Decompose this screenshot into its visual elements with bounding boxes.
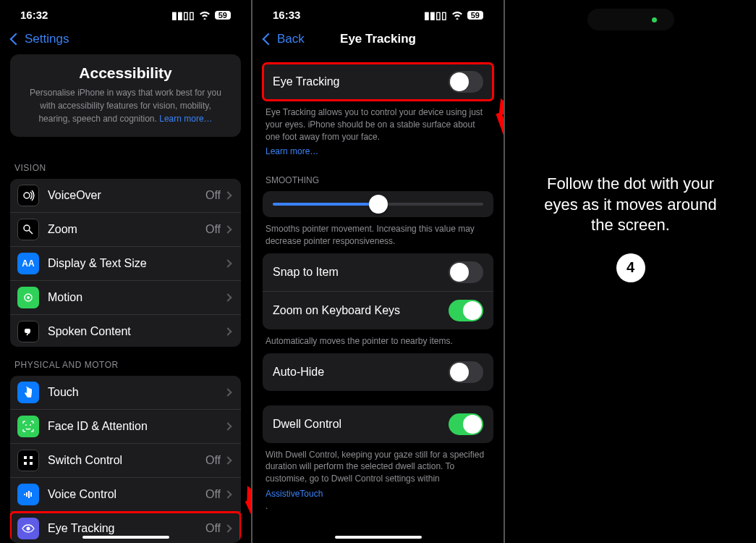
dwell-toggle[interactable] bbox=[449, 413, 483, 435]
time: 16:33 bbox=[273, 9, 300, 21]
back-button[interactable]: Settings bbox=[12, 32, 69, 46]
wifi-icon bbox=[199, 11, 211, 20]
smoothing-slider-row bbox=[263, 191, 493, 217]
home-indicator[interactable] bbox=[335, 536, 422, 539]
nav-bar: Back Eye Tracking bbox=[252, 27, 504, 54]
chevron-right-icon bbox=[224, 191, 232, 199]
time: 16:32 bbox=[20, 9, 48, 21]
chevron-right-icon bbox=[224, 259, 232, 267]
phone-calibration: Follow the dot with your eyes as it move… bbox=[505, 0, 756, 543]
camera-indicator-icon bbox=[652, 17, 657, 22]
svg-point-7 bbox=[30, 424, 31, 426]
learn-more-link[interactable]: Learn more… bbox=[159, 114, 212, 124]
svg-rect-13 bbox=[26, 492, 27, 497]
back-label: Back bbox=[277, 32, 305, 46]
row-zoom[interactable]: Zoom Off bbox=[10, 213, 241, 247]
row-dwell[interactable]: Dwell Control bbox=[263, 405, 493, 443]
chevron-right-icon bbox=[224, 225, 232, 233]
hero-card: Accessibility Personalise iPhone in ways… bbox=[10, 54, 241, 137]
assistivetouch-link[interactable]: AssistiveTouch bbox=[266, 488, 490, 500]
svg-rect-9 bbox=[30, 456, 33, 459]
group-physical: Touch Face ID & Attention Switch Control… bbox=[10, 376, 241, 544]
spoken-icon bbox=[17, 321, 39, 342]
autohide-toggle[interactable] bbox=[449, 361, 483, 383]
row-voiceover[interactable]: VoiceOver Off bbox=[10, 179, 241, 213]
row-touch[interactable]: Touch bbox=[10, 376, 241, 410]
svg-point-16 bbox=[27, 526, 30, 530]
svg-rect-5 bbox=[25, 329, 30, 333]
zoom-icon bbox=[17, 219, 39, 240]
faceid-icon bbox=[17, 416, 39, 437]
section-header-smoothing: SMOOTHING bbox=[263, 164, 493, 191]
svg-rect-11 bbox=[30, 462, 33, 465]
row-snap[interactable]: Snap to Item bbox=[263, 253, 493, 292]
chevron-left-icon bbox=[10, 33, 22, 46]
signal-icon: ▮▮▯▯ bbox=[171, 9, 195, 21]
battery-icon: 59 bbox=[467, 11, 483, 20]
home-indicator[interactable] bbox=[82, 536, 169, 539]
section-header-vision: VISION bbox=[0, 150, 251, 179]
eye-tracking-toggle[interactable] bbox=[449, 71, 483, 93]
svg-point-1 bbox=[24, 225, 30, 231]
svg-point-4 bbox=[27, 296, 30, 299]
eye-tracking-desc: Eye Tracking allows you to control your … bbox=[263, 101, 493, 164]
chevron-right-icon bbox=[224, 490, 232, 498]
svg-rect-8 bbox=[24, 456, 27, 459]
svg-point-0 bbox=[24, 193, 30, 198]
smoothing-desc: Smooths pointer movement. Increasing thi… bbox=[263, 217, 493, 253]
voiceover-icon bbox=[17, 185, 39, 206]
group-vision: VoiceOver Off Zoom Off AA Display & Text… bbox=[10, 179, 241, 347]
row-display[interactable]: AA Display & Text Size bbox=[10, 247, 241, 281]
chevron-right-icon bbox=[224, 327, 232, 335]
dynamic-island bbox=[587, 9, 674, 30]
row-switch[interactable]: Switch Control Off bbox=[10, 444, 241, 478]
svg-rect-15 bbox=[30, 492, 32, 497]
learn-more-link[interactable]: Learn more… bbox=[266, 146, 490, 158]
chevron-right-icon bbox=[224, 293, 232, 301]
chevron-right-icon bbox=[224, 422, 232, 430]
svg-rect-12 bbox=[24, 494, 25, 495]
signal-icon: ▮▮▯▯ bbox=[424, 9, 447, 21]
wifi-icon bbox=[451, 11, 463, 20]
instruction-text: Follow the dot with your eyes as it move… bbox=[505, 174, 756, 236]
row-eye-tracking-toggle[interactable]: Eye Tracking bbox=[263, 63, 493, 101]
phone-accessibility: 16:32 ▮▮▯▯ 59 Settings Accessibility Per… bbox=[0, 0, 251, 543]
group-snap: Snap to Item Zoom on Keyboard Keys bbox=[263, 253, 493, 329]
status-bar: 16:32 ▮▮▯▯ 59 bbox=[0, 0, 251, 27]
svg-line-2 bbox=[29, 230, 33, 234]
row-faceid[interactable]: Face ID & Attention bbox=[10, 410, 241, 444]
motion-icon bbox=[17, 287, 39, 308]
row-motion[interactable]: Motion bbox=[10, 281, 241, 315]
countdown-counter: 4 bbox=[616, 253, 645, 282]
row-voice-control[interactable]: Voice Control Off bbox=[10, 478, 241, 512]
battery-icon: 59 bbox=[215, 11, 231, 20]
dwell-desc: With Dwell Control, keeping your gaze st… bbox=[263, 443, 493, 518]
phone-eye-tracking: 16:33 ▮▮▯▯ 59 Back Eye Tracking Eye Trac… bbox=[252, 0, 504, 543]
row-zoom-keys[interactable]: Zoom on Keyboard Keys bbox=[263, 292, 493, 329]
row-spoken[interactable]: Spoken Content bbox=[10, 315, 241, 347]
nav-bar: Settings bbox=[0, 27, 251, 54]
smoothing-slider[interactable] bbox=[273, 203, 483, 206]
switch-icon bbox=[17, 450, 39, 471]
display-icon: AA bbox=[17, 253, 39, 274]
touch-icon bbox=[17, 382, 39, 403]
zoom-keys-toggle[interactable] bbox=[449, 300, 483, 321]
snap-desc: Automatically moves the pointer to nearb… bbox=[263, 329, 493, 353]
chevron-right-icon bbox=[224, 524, 232, 532]
slider-thumb[interactable] bbox=[369, 195, 388, 214]
section-header-physical: PHYSICAL AND MOTOR bbox=[0, 347, 251, 376]
svg-rect-10 bbox=[24, 462, 27, 465]
back-button[interactable]: Back bbox=[264, 32, 305, 46]
hero-description: Personalise iPhone in ways that work bes… bbox=[23, 86, 228, 125]
row-autohide[interactable]: Auto-Hide bbox=[263, 353, 493, 391]
svg-rect-14 bbox=[28, 491, 30, 498]
page-title: Accessibility bbox=[23, 64, 228, 82]
voice-control-icon bbox=[17, 484, 39, 505]
snap-toggle[interactable] bbox=[449, 261, 483, 283]
svg-point-6 bbox=[25, 424, 27, 426]
chevron-right-icon bbox=[224, 388, 232, 396]
chevron-left-icon bbox=[263, 33, 275, 46]
eye-tracking-icon bbox=[17, 518, 39, 539]
back-label: Settings bbox=[25, 32, 69, 46]
chevron-right-icon bbox=[224, 456, 232, 464]
